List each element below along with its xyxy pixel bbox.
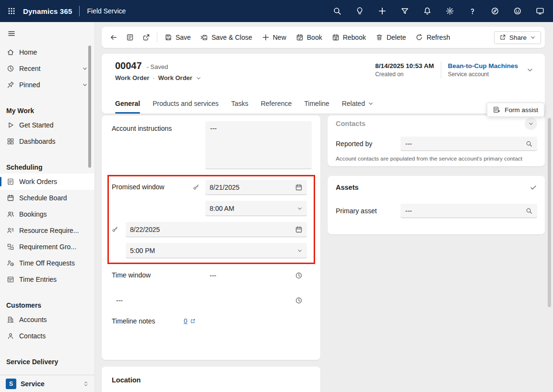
sidebar-item-time-off-requests[interactable]: Time Off Requests xyxy=(0,255,94,271)
new-button[interactable]: New xyxy=(257,30,291,45)
building-icon xyxy=(7,316,14,323)
chevron-down-icon[interactable] xyxy=(297,248,303,254)
sidebar-item-time-entries[interactable]: Time Entries xyxy=(0,271,94,288)
form-view-button[interactable] xyxy=(122,29,138,46)
timeline-notes-label: Timeline notes xyxy=(112,314,184,325)
popout-button[interactable] xyxy=(138,29,154,46)
sidebar-section-service-delivery: Service Delivery xyxy=(0,356,94,368)
filter-icon[interactable] xyxy=(393,0,416,22)
topbar-actions xyxy=(326,0,553,22)
monitor-icon[interactable] xyxy=(529,0,551,22)
tab-products-and-services[interactable]: Products and services xyxy=(153,100,219,114)
form-selector[interactable]: Work Order xyxy=(158,74,192,81)
magnifier-icon[interactable] xyxy=(526,208,532,214)
search-icon[interactable] xyxy=(326,0,348,22)
person-document-icon xyxy=(7,227,14,234)
main-scrollbar[interactable] xyxy=(548,118,551,307)
primary-asset-lookup[interactable]: --- xyxy=(400,204,537,218)
time-window-start-input[interactable]: --- xyxy=(205,268,307,283)
time-window-end-input[interactable]: --- xyxy=(112,293,307,308)
contacts-section-card: Contacts Reported by --- Account contact… xyxy=(328,115,545,166)
magnifier-icon[interactable] xyxy=(526,140,532,147)
home-icon xyxy=(7,48,14,56)
reported-by-lookup[interactable]: --- xyxy=(400,137,537,151)
clock-icon xyxy=(7,65,14,72)
topbar-divider xyxy=(79,6,80,16)
tab-general[interactable]: General xyxy=(115,100,140,114)
calendar-icon[interactable] xyxy=(295,226,303,233)
save-and-close-button[interactable]: Save & Close xyxy=(196,30,257,45)
promised-start-date-input[interactable]: 8/21/2025 xyxy=(205,180,307,195)
tab-tasks[interactable]: Tasks xyxy=(231,100,248,114)
share-button[interactable]: Share xyxy=(494,31,541,44)
saved-status: - Saved xyxy=(147,63,168,70)
sidebar-section-customers: Customers xyxy=(0,299,94,311)
sidebar-item-resource-requirements[interactable]: Resource Require... xyxy=(0,222,94,239)
lightbulb-icon[interactable] xyxy=(348,0,371,22)
promised-end-time-dropdown[interactable]: 5:00 PM xyxy=(126,243,307,258)
sidebar-item-home[interactable]: Home xyxy=(0,44,94,60)
calendar-icon[interactable] xyxy=(295,184,303,191)
clock-icon[interactable] xyxy=(295,297,303,304)
hamburger-menu-icon[interactable] xyxy=(3,26,20,41)
contacts-helper-text: Account contacts are populated from the … xyxy=(336,155,537,162)
plus-icon xyxy=(262,34,270,41)
clock-icon[interactable] xyxy=(295,272,303,279)
sidebar-item-schedule-board[interactable]: Schedule Board xyxy=(0,190,94,206)
promised-end-date-input[interactable]: 8/22/2025 xyxy=(126,222,307,237)
reported-by-label: Reported by xyxy=(336,140,400,148)
bell-icon[interactable] xyxy=(416,0,438,22)
account-link[interactable]: Bean-to-Cup Machines xyxy=(448,62,518,69)
tab-reference[interactable]: Reference xyxy=(261,100,292,114)
sidebar-item-pinned[interactable]: Pinned xyxy=(0,77,94,93)
delete-button[interactable]: Delete xyxy=(371,30,411,45)
person-clock-icon xyxy=(7,259,14,267)
sidebar-item-bookings[interactable]: Bookings xyxy=(0,206,94,222)
pin-icon xyxy=(7,81,14,89)
primary-asset-label: Primary asset xyxy=(336,207,400,215)
sidebar-item-contacts[interactable]: Contacts xyxy=(0,328,94,344)
help-icon[interactable] xyxy=(461,0,483,22)
back-button[interactable] xyxy=(106,29,122,46)
check-icon xyxy=(529,184,537,191)
sidebar-item-accounts[interactable]: Accounts xyxy=(0,311,94,328)
sidebar-scrollbar[interactable] xyxy=(88,46,91,168)
rebook-button[interactable]: Rebook xyxy=(327,30,371,45)
chevron-down-icon[interactable] xyxy=(196,75,201,81)
collapse-section-button[interactable] xyxy=(525,117,537,130)
sidebar-item-get-started[interactable]: Get Started xyxy=(0,117,94,133)
promised-window-label: Promised window xyxy=(112,180,205,191)
sidebar-section-scheduling: Scheduling xyxy=(0,161,94,173)
waffle-icon[interactable] xyxy=(0,0,23,22)
sidebar-item-recent[interactable]: Recent xyxy=(0,60,94,77)
environment-picker[interactable]: S Service xyxy=(0,375,94,392)
sidebar-item-dashboards[interactable]: Dashboards xyxy=(0,133,94,150)
created-on-field: 8/14/2025 10:53 AM Created on xyxy=(375,62,434,78)
form-tabs: General Products and services Tasks Refe… xyxy=(115,100,374,114)
chevron-down-icon[interactable] xyxy=(297,206,303,211)
form-assist-icon xyxy=(493,106,501,114)
smiley-icon[interactable] xyxy=(506,0,529,22)
promised-start-time-dropdown[interactable]: 8:00 AM xyxy=(205,201,307,216)
refresh-button[interactable]: Refresh xyxy=(411,30,455,45)
tab-related[interactable]: Related xyxy=(342,100,374,114)
form-assist-button[interactable]: Form assist xyxy=(487,103,544,117)
key-icon xyxy=(193,184,200,190)
save-button[interactable]: Save xyxy=(160,30,196,45)
app-name[interactable]: Field Service xyxy=(87,7,126,15)
account-instructions-input[interactable]: --- xyxy=(205,121,312,169)
share-icon xyxy=(499,34,506,41)
timeline-notes-link[interactable]: 0 xyxy=(184,314,196,324)
contact-icon xyxy=(7,332,14,340)
main-content: Save Save & Close New Book Rebook Delete… xyxy=(95,22,553,392)
compass-icon[interactable] xyxy=(483,0,506,22)
sidebar-item-work-orders[interactable]: Work Orders xyxy=(0,173,94,190)
plus-icon[interactable] xyxy=(371,0,393,22)
gear-icon[interactable] xyxy=(438,0,461,22)
dynamics-brand[interactable]: Dynamics 365 xyxy=(23,7,72,15)
book-button[interactable]: Book xyxy=(291,30,327,45)
chevron-down-icon[interactable] xyxy=(527,67,533,73)
tab-timeline[interactable]: Timeline xyxy=(304,100,329,114)
record-id: 00047 xyxy=(115,60,142,71)
sidebar-item-requirement-groups[interactable]: Requirement Gro... xyxy=(0,239,94,255)
